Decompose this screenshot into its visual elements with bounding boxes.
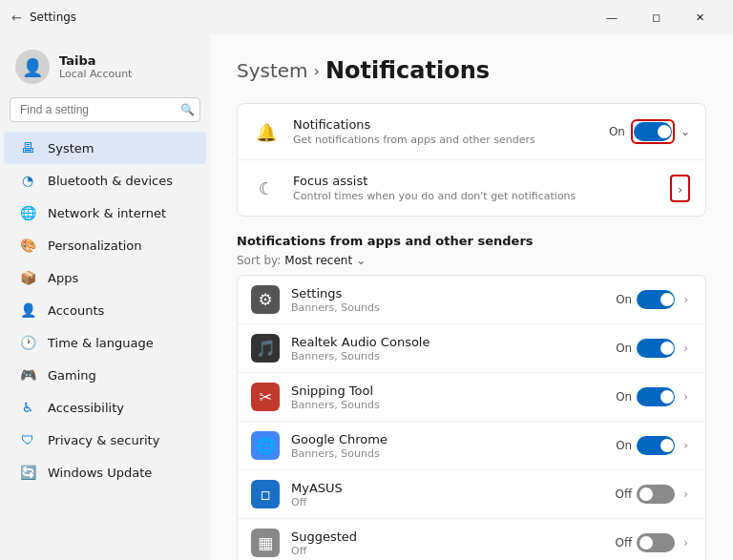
- accounts-icon: 👤: [19, 301, 36, 319]
- notifications-row: 🔔 Notifications Get notifications from a…: [238, 104, 705, 159]
- focus-assist-row: ☾ Focus assist Control times when you do…: [238, 159, 705, 216]
- focus-assist-text: Focus assist Control times when you do a…: [293, 174, 657, 202]
- myasus-toggle-group: Off ›: [615, 484, 692, 505]
- snipping-toggle-group: On ›: [616, 386, 692, 407]
- back-icon[interactable]: ←: [11, 10, 22, 25]
- notifications-icon: 🔔: [253, 118, 280, 145]
- suggested-app-icon: ▦: [251, 529, 280, 557]
- sidebar-item-label-bluetooth: Bluetooth & devices: [48, 174, 173, 188]
- sidebar-item-label-accounts: Accounts: [48, 303, 104, 318]
- focus-assist-chevron-icon: ›: [678, 183, 682, 197]
- sidebar-item-time[interactable]: 🕐 Time & language: [4, 326, 206, 359]
- page-title: Notifications: [325, 57, 490, 84]
- snipping-toggle-label: On: [616, 390, 632, 404]
- sidebar-item-label-apps: Apps: [48, 271, 78, 285]
- title-bar: ← Settings — ◻ ✕: [0, 0, 733, 34]
- search-input[interactable]: [10, 97, 200, 122]
- app-body: 👤 Taiba Local Account 🔍 🖶 System ◔ Bluet…: [0, 34, 733, 560]
- chrome-toggle-group: On ›: [616, 435, 692, 456]
- realtek-app-name: Realtek Audio Console: [291, 335, 604, 349]
- search-box[interactable]: 🔍: [10, 97, 200, 122]
- apps-card: ⚙ Settings Banners, Sounds On › 🎵 Realte…: [237, 275, 706, 560]
- sort-chevron-icon[interactable]: ⌄: [356, 254, 366, 267]
- settings-app-info: Settings Banners, Sounds: [291, 286, 604, 314]
- snipping-chevron-icon[interactable]: ›: [680, 386, 692, 407]
- realtek-chevron-icon[interactable]: ›: [680, 338, 692, 359]
- notifications-toggle[interactable]: [634, 122, 672, 141]
- myasus-app-desc: Off: [291, 496, 603, 508]
- chrome-app-name: Google Chrome: [291, 432, 604, 446]
- search-icon[interactable]: 🔍: [180, 103, 195, 116]
- title-bar-left: ← Settings: [11, 10, 76, 25]
- sidebar-item-bluetooth[interactable]: ◔ Bluetooth & devices: [4, 164, 206, 197]
- sidebar-item-accounts[interactable]: 👤 Accounts: [4, 294, 206, 326]
- myasus-chevron-icon[interactable]: ›: [680, 484, 692, 505]
- user-info: Taiba Local Account: [59, 53, 132, 80]
- suggested-app-desc: Off: [291, 545, 603, 557]
- myasus-toggle-label: Off: [615, 487, 632, 501]
- notifications-expand-icon[interactable]: ⌄: [681, 125, 690, 138]
- chrome-chevron-icon[interactable]: ›: [680, 435, 692, 456]
- app-row-snipping: ✂ Snipping Tool Banners, Sounds On ›: [238, 373, 705, 422]
- maximize-button[interactable]: ◻: [634, 4, 678, 31]
- snipping-app-name: Snipping Tool: [291, 384, 604, 398]
- myasus-app-info: MyASUS Off: [291, 481, 603, 508]
- sidebar-item-label-gaming: Gaming: [48, 368, 96, 383]
- close-button[interactable]: ✕: [678, 4, 722, 31]
- notifications-text: Notifications Get notifications from app…: [293, 117, 596, 146]
- app-row-myasus: ▫ MyASUS Off Off ›: [238, 470, 705, 519]
- settings-toggle[interactable]: [637, 290, 675, 309]
- notifications-toggle-label: On: [609, 125, 625, 138]
- user-role: Local Account: [59, 68, 132, 80]
- chrome-app-info: Google Chrome Banners, Sounds: [291, 432, 604, 460]
- sort-value[interactable]: Most recent: [284, 254, 352, 267]
- user-profile: 👤 Taiba Local Account: [0, 42, 210, 97]
- breadcrumb-chevron: ›: [314, 62, 320, 80]
- sidebar-item-label-accessibility: Accessibility: [48, 401, 124, 415]
- avatar: 👤: [15, 50, 50, 84]
- snipping-app-icon: ✂: [251, 383, 280, 411]
- user-name: Taiba: [59, 53, 132, 68]
- realtek-toggle[interactable]: [637, 339, 675, 358]
- sidebar-item-gaming[interactable]: 🎮 Gaming: [4, 359, 206, 391]
- sidebar-item-label-system: System: [48, 141, 94, 156]
- realtek-app-icon: 🎵: [251, 334, 280, 363]
- sidebar-item-privacy[interactable]: 🛡 Privacy & security: [4, 424, 206, 456]
- suggested-app-name: Suggested: [291, 529, 603, 544]
- sidebar-item-apps[interactable]: 📦 Apps: [4, 261, 206, 294]
- realtek-toggle-group: On ›: [616, 338, 692, 359]
- focus-assist-arrow-outlined[interactable]: ›: [670, 175, 690, 202]
- title-bar-title: Settings: [30, 10, 76, 24]
- sort-label: Sort by:: [237, 254, 281, 267]
- settings-app-desc: Banners, Sounds: [291, 301, 604, 314]
- suggested-chevron-icon[interactable]: ›: [680, 532, 692, 553]
- myasus-app-name: MyASUS: [291, 481, 603, 495]
- snipping-app-info: Snipping Tool Banners, Sounds: [291, 384, 604, 411]
- snipping-toggle[interactable]: [637, 387, 675, 406]
- sidebar-item-label-network: Network & internet: [48, 206, 166, 220]
- app-row-settings: ⚙ Settings Banners, Sounds On ›: [238, 276, 705, 324]
- suggested-toggle-group: Off ›: [615, 532, 692, 553]
- personalization-icon: 🎨: [19, 237, 36, 254]
- sidebar-item-accessibility[interactable]: ♿ Accessibility: [4, 391, 206, 424]
- time-icon: 🕐: [19, 334, 36, 351]
- apps-icon: 📦: [19, 269, 36, 286]
- settings-chevron-icon[interactable]: ›: [680, 289, 692, 310]
- minimize-button[interactable]: —: [590, 4, 634, 31]
- settings-toggle-label: On: [616, 293, 632, 306]
- sidebar-item-system[interactable]: 🖶 System: [4, 132, 206, 164]
- sidebar-item-personalization[interactable]: 🎨 Personalization: [4, 229, 206, 261]
- myasus-toggle[interactable]: [637, 485, 675, 504]
- sidebar-item-network[interactable]: 🌐 Network & internet: [4, 197, 206, 229]
- chrome-toggle-label: On: [616, 439, 632, 452]
- settings-app-toggle-group: On ›: [616, 289, 692, 310]
- chrome-toggle[interactable]: [637, 436, 675, 455]
- sidebar-item-label-update: Windows Update: [48, 466, 152, 480]
- sidebar-item-update[interactable]: 🔄 Windows Update: [4, 456, 206, 488]
- focus-assist-title: Focus assist: [293, 174, 657, 188]
- apps-section-title: Notifications from apps and other sender…: [237, 234, 706, 248]
- network-icon: 🌐: [19, 204, 36, 221]
- top-card: 🔔 Notifications Get notifications from a…: [237, 103, 706, 217]
- accessibility-icon: ♿: [19, 399, 36, 416]
- suggested-toggle[interactable]: [637, 533, 675, 552]
